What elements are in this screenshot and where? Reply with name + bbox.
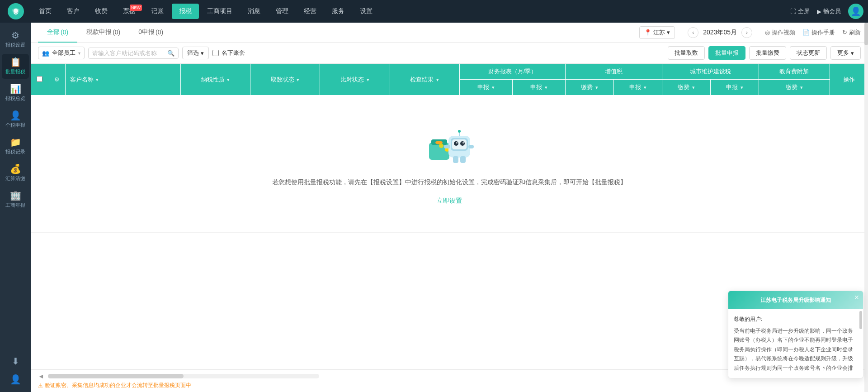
- prev-month-btn[interactable]: ‹: [688, 27, 698, 38]
- account-checkbox-label[interactable]: 名下账套: [212, 49, 245, 57]
- notif-scrollbar-thumb: [859, 311, 862, 329]
- warning-icon: ⚠: [38, 382, 43, 389]
- fetch-filter-icon[interactable]: ▾: [297, 77, 299, 82]
- fin-declare-filter[interactable]: ▾: [492, 85, 495, 90]
- next-month-btn[interactable]: ›: [741, 27, 752, 38]
- download-icon: ⬇: [12, 357, 19, 366]
- right-scrollbar[interactable]: [864, 23, 868, 392]
- scroll-left-icon: ◄: [38, 373, 44, 380]
- employee-chevron-icon: ▾: [78, 51, 80, 56]
- svg-point-10: [454, 141, 458, 146]
- sidebar-item-profile[interactable]: 👤: [2, 371, 29, 387]
- more-btn[interactable]: 更多 ▾: [830, 46, 861, 60]
- location-icon: 📍: [644, 29, 651, 36]
- svg-point-11: [460, 141, 465, 146]
- user-avatar[interactable]: 👤: [848, 4, 863, 19]
- status-update-btn[interactable]: 状态更新: [790, 46, 827, 60]
- nav-item-business[interactable]: 工商项目: [200, 4, 240, 19]
- horizontal-scrollbar[interactable]: [48, 374, 319, 378]
- app-logo: [5, 3, 27, 19]
- data-table: ⚙ 客户名称 ▾ 纳税性质 ▾ 取数状态 ▾ 比对状态 ▾: [31, 64, 868, 233]
- empty-message: 若您想使用批量报税功能，请先在【报税设置】中进行报税的初始化设置，完成密码验证和…: [272, 177, 627, 188]
- empty-state-row: 若您想使用批量报税功能，请先在【报税设置】中进行报税的初始化设置，完成密码验证和…: [31, 95, 868, 233]
- notification-panel: 江苏电子税务局升级影响通知 ✕ 尊敬的用户: 受当前电子税务局进一步升级的影响，…: [728, 291, 863, 378]
- video-icon: ◎: [765, 29, 770, 36]
- sidebar-item-annual-report[interactable]: 🏢 工商年报: [2, 187, 29, 212]
- th-client-name: 客户名称 ▾: [65, 64, 180, 95]
- setup-link[interactable]: 立即设置: [437, 197, 462, 205]
- nav-item-client[interactable]: 客户: [60, 4, 87, 19]
- client-filter-icon[interactable]: ▾: [96, 77, 99, 82]
- operation-video-btn[interactable]: ◎ 操作视频: [765, 29, 795, 37]
- search-input[interactable]: [92, 50, 165, 57]
- select-all-checkbox[interactable]: [37, 76, 42, 82]
- tab-tax-declare[interactable]: 税款申报 (0): [77, 23, 129, 43]
- check-filter-icon[interactable]: ▾: [436, 77, 439, 82]
- top-navigation: 首页 客户 收费 票据 NEW 记账 报税 工商项目 消息 管理 经营 服务 设…: [0, 0, 868, 23]
- search-icon: 🔍: [167, 50, 175, 57]
- batch-pay-btn[interactable]: 批量缴费: [749, 46, 786, 60]
- sidebar-item-personal-tax[interactable]: 👤 个税申报: [2, 107, 29, 132]
- th-check-result: 检查结果 ▾: [390, 64, 459, 95]
- new-badge: NEW: [130, 5, 142, 11]
- city-declare-filter[interactable]: ▾: [644, 85, 646, 90]
- tab-all[interactable]: 全部 (0): [38, 23, 77, 43]
- compare-filter-icon[interactable]: ▾: [367, 77, 369, 82]
- employee-icon: 👥: [42, 50, 49, 57]
- manual-icon: 📄: [802, 29, 810, 36]
- fullscreen-btn[interactable]: ⛶ 全屏: [790, 7, 810, 15]
- play-icon: ▶: [817, 8, 821, 15]
- tabs-bar: 全部 (0) 税款申报 (0) 0申报 (0) 📍 江苏 ▾ ‹: [31, 23, 868, 43]
- svg-point-15: [458, 130, 461, 133]
- th-fin-declare: 申报 ▾: [459, 80, 512, 96]
- th-edu-surcharge: 教育费附加: [759, 64, 830, 80]
- notification-close-btn[interactable]: ✕: [854, 294, 859, 301]
- sidebar-item-tax-settings[interactable]: ⚙ 报税设置: [2, 27, 29, 52]
- tabs-region-group: 📍 江苏 ▾ ‹ 2023年05月 › ◎ 操作视频 📄 操作: [639, 26, 861, 39]
- sidebar-item-tax-records[interactable]: 📁 报税记录: [2, 134, 29, 159]
- nav-item-bookkeeping[interactable]: 记账: [144, 4, 171, 19]
- notif-scrollbar[interactable]: [859, 309, 862, 378]
- nav-item-billing[interactable]: 收费: [88, 4, 115, 19]
- edu-declare-filter[interactable]: ▾: [741, 85, 743, 90]
- nav-item-home[interactable]: 首页: [32, 4, 59, 19]
- refresh-btn[interactable]: ↻ 刷新: [842, 29, 861, 37]
- vat-declare-filter[interactable]: ▾: [545, 85, 547, 90]
- nav-item-invoice[interactable]: 票据 NEW: [116, 4, 143, 19]
- member-btn[interactable]: ▶ 畅会员: [817, 7, 841, 15]
- edu-pay-filter[interactable]: ▾: [800, 85, 803, 90]
- batch-declare-btn[interactable]: 批量申报: [708, 46, 745, 60]
- nav-item-tax[interactable]: 报税: [172, 4, 199, 19]
- th-vat-declare: 申报 ▾: [513, 80, 566, 96]
- settlement-icon: 💰: [10, 164, 21, 173]
- operation-manual-btn[interactable]: 📄 操作手册: [802, 29, 835, 37]
- tab-zero-declare[interactable]: 0申报 (0): [129, 23, 172, 43]
- region-select[interactable]: 📍 江苏 ▾: [639, 26, 675, 39]
- vat-pay-filter[interactable]: ▾: [595, 85, 598, 90]
- th-vat: 增值税: [566, 64, 662, 80]
- nav-item-management[interactable]: 管理: [269, 4, 296, 19]
- nav-item-operations[interactable]: 经营: [297, 4, 324, 19]
- svg-rect-19: [468, 145, 474, 148]
- nav-item-settings[interactable]: 设置: [353, 4, 380, 19]
- city-pay-filter[interactable]: ▾: [692, 85, 695, 90]
- th-city-pay: 缴费 ▾: [662, 80, 711, 96]
- personal-tax-icon: 👤: [10, 111, 21, 120]
- month-display: 2023年05月: [703, 29, 737, 37]
- notif-greeting: 尊敬的用户:: [734, 315, 858, 324]
- sidebar-item-download[interactable]: ⬇: [2, 353, 29, 369]
- fullscreen-icon: ⛶: [790, 8, 796, 15]
- toolbar: 👥 全部员工 ▾ 🔍 筛选 ▾ 名下账套 批量取数 批量申报 批量缴费 状态更新: [31, 43, 868, 64]
- svg-point-1: [14, 9, 18, 13]
- sidebar-item-batch-tax[interactable]: 📋 批量报税: [2, 54, 29, 79]
- tax-type-filter-icon[interactable]: ▾: [227, 77, 230, 82]
- nav-item-services[interactable]: 服务: [325, 4, 352, 19]
- more-chevron-icon: ▾: [851, 50, 854, 57]
- nav-item-messages[interactable]: 消息: [241, 4, 268, 19]
- filter-btn[interactable]: 筛选 ▾: [182, 47, 209, 59]
- sidebar-item-tax-overview[interactable]: 📊 报税总览: [2, 81, 29, 105]
- batch-fetch-btn[interactable]: 批量取数: [668, 46, 705, 60]
- employee-select[interactable]: 👥 全部员工 ▾: [38, 47, 85, 59]
- sidebar-item-settlement[interactable]: 💰 汇算清缴: [2, 161, 29, 186]
- account-checkbox[interactable]: [212, 50, 219, 56]
